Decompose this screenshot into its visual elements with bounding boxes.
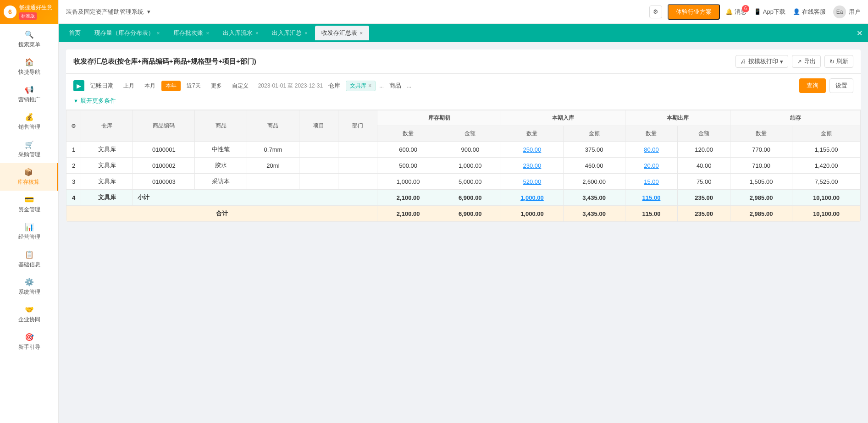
- filter-expand-label: 展开更多条件: [80, 97, 116, 105]
- online-service-button[interactable]: 👤 在线客服: [793, 8, 826, 16]
- row1-out-qty[interactable]: 80.00: [625, 142, 678, 158]
- row1-no: 1: [66, 142, 81, 158]
- sidebar-app-tag: 标准版: [19, 12, 37, 20]
- sidebar-item-sales[interactable]: 💰 销售管理: [0, 108, 58, 136]
- tab-in-out-flow-close[interactable]: ×: [255, 30, 258, 36]
- template-print-button[interactable]: 🖨 按模板打印 ▾: [735, 55, 788, 68]
- sidebar-item-purchase[interactable]: 🛒 采购管理: [0, 136, 58, 163]
- tab-recv-send-summary-close[interactable]: ×: [360, 30, 363, 36]
- search-button[interactable]: 查询: [799, 78, 826, 93]
- sidebar-header: 6 畅捷通好生意 标准版: [0, 0, 58, 24]
- filter-settings-button[interactable]: 设置: [829, 78, 853, 93]
- row2-warehouse: 文具库: [81, 158, 133, 174]
- warehouse-tag[interactable]: 文具库 ×: [346, 81, 376, 91]
- sidebar-item-enterprise[interactable]: 🤝 企业协同: [0, 301, 58, 328]
- home-icon: 🏠: [25, 58, 34, 66]
- col-project-header: 项目: [299, 110, 338, 142]
- row3-out-qty[interactable]: 15.00: [625, 174, 678, 190]
- goods-filter-label: 商品: [389, 82, 401, 90]
- tab-home-label: 首页: [69, 29, 81, 37]
- row1-close-qty: 770.00: [730, 142, 792, 158]
- notifications-button[interactable]: 🔔 消息 6: [725, 8, 746, 16]
- date-filter-label: 记账日期: [90, 82, 114, 90]
- sidebar-item-system[interactable]: ⚙️ 系统管理: [0, 273, 58, 301]
- tab-batch-ledger[interactable]: 库存批次账 ×: [167, 26, 215, 40]
- date-btn-more[interactable]: 更多: [207, 81, 226, 91]
- row1-goods-name: 中性笔: [195, 142, 247, 158]
- warehouse-more-btn[interactable]: ...: [379, 82, 384, 89]
- page-content: 收发存汇总表(按仓库+商品编码+商品+规格型号+项目+部门) 🖨 按模板打印 ▾…: [59, 42, 868, 423]
- row2-out-qty[interactable]: 20.00: [625, 158, 678, 174]
- subtotal-in-amt: 3,435.00: [563, 190, 625, 206]
- tabbar-close-all[interactable]: ✕: [855, 27, 864, 39]
- date-btn-this-month[interactable]: 本月: [140, 81, 160, 91]
- main-table: ⚙ 仓库 商品编码 商品 商品 项目 部门 库存期初 本期入库 本期出库 结存 …: [66, 110, 861, 222]
- row2-close-amt: 1,420.00: [792, 158, 861, 174]
- row2-open-qty: 500.00: [377, 158, 439, 174]
- row2-in-qty[interactable]: 230.00: [501, 158, 563, 174]
- export-button[interactable]: ↗ 导出: [792, 55, 821, 68]
- refresh-button[interactable]: ↻ 刷新: [824, 55, 853, 68]
- tab-recv-send-summary[interactable]: 收发存汇总表 ×: [315, 26, 369, 40]
- tab-in-out-summary-label: 出入库汇总: [272, 29, 302, 37]
- row3-goods-code: 0100003: [133, 174, 195, 190]
- sidebar-item-operations[interactable]: 📊 经营管理: [0, 218, 58, 246]
- row1-in-qty[interactable]: 250.00: [501, 142, 563, 158]
- col-settings[interactable]: ⚙: [66, 110, 81, 142]
- tab-in-out-summary[interactable]: 出入库汇总 ×: [265, 26, 314, 40]
- date-btn-7days[interactable]: 近7天: [182, 81, 205, 91]
- sidebar-item-newbie[interactable]: 🎯 新手引导: [0, 328, 58, 356]
- page-header-actions: 🖨 按模板打印 ▾ ↗ 导出 ↻ 刷新: [735, 55, 853, 68]
- service-icon: 👤: [793, 8, 800, 15]
- warehouse-tag-close[interactable]: ×: [368, 82, 371, 89]
- filter-row-main: ▶ 记账日期 上月 本月 本年 近7天 更多 自定义 2023-01-01 至 …: [73, 78, 853, 93]
- row1-out-amt: 120.00: [678, 142, 730, 158]
- date-btn-this-year[interactable]: 本年: [161, 81, 181, 91]
- filter-collapse-button[interactable]: ▶: [73, 80, 84, 91]
- col-out-amt: 金额: [678, 126, 730, 142]
- date-range-display: 2023-01-01 至 2023-12-31: [258, 82, 323, 90]
- subtotal-no: 4: [66, 190, 81, 206]
- topbar: 装备及固定资产辅助管理系统 ▾ ⚙ 体验行业方案 🔔 消息 6 📱 App下载 …: [59, 0, 868, 24]
- total-open-amt: 6,900.00: [439, 206, 501, 222]
- goods-more-btn[interactable]: ...: [407, 82, 411, 89]
- subtotal-label: 小计: [133, 190, 377, 206]
- tab-stock-dist-close[interactable]: ×: [157, 30, 160, 36]
- col-goods-name-header: 商品: [195, 110, 247, 142]
- subtotal-in-qty[interactable]: 1,000.00: [501, 190, 563, 206]
- filter-expand-button[interactable]: ▼ 展开更多条件: [73, 97, 853, 105]
- enterprise-icon: 🤝: [25, 305, 34, 314]
- trial-button[interactable]: 体验行业方案: [668, 4, 720, 20]
- row1-close-amt: 1,155.00: [792, 142, 861, 158]
- sidebar-item-search[interactable]: 🔍 搜索菜单: [0, 26, 58, 53]
- sidebar-item-quick-nav[interactable]: 🏠 快捷导航: [0, 53, 58, 81]
- tab-in-out-summary-close[interactable]: ×: [304, 30, 307, 36]
- date-btn-last-month[interactable]: 上月: [119, 81, 138, 91]
- subtotal-out-qty[interactable]: 115.00: [625, 190, 678, 206]
- sidebar-item-marketing[interactable]: 📢 营销推广: [0, 81, 58, 108]
- sidebar-item-inventory[interactable]: 📦 库存核算: [0, 163, 58, 191]
- total-out-qty: 115.00: [625, 206, 678, 222]
- sidebar-item-basic-info[interactable]: 📋 基础信息: [0, 246, 58, 273]
- system-dropdown-icon[interactable]: ▾: [147, 8, 150, 15]
- row3-warehouse: 文具库: [81, 174, 133, 190]
- tab-stock-dist[interactable]: 现存量（库存分布表） ×: [88, 26, 166, 40]
- row1-open-amt: 900.00: [439, 142, 501, 158]
- operations-icon: 📊: [25, 223, 34, 231]
- col-goods-spec-header: 商品: [247, 110, 299, 142]
- row3-in-qty[interactable]: 520.00: [501, 174, 563, 190]
- tab-home[interactable]: 首页: [62, 26, 87, 40]
- date-btn-custom[interactable]: 自定义: [228, 81, 253, 91]
- subtotal-close-amt: 10,100.00: [792, 190, 861, 206]
- tab-recv-send-summary-label: 收发存汇总表: [321, 29, 357, 37]
- tab-in-out-flow[interactable]: 出入库流水 ×: [216, 26, 265, 40]
- total-close-amt: 10,100.00: [792, 206, 861, 222]
- sidebar-item-finance[interactable]: 💳 资金管理: [0, 191, 58, 218]
- sidebar-app-title: 畅捷通好生意: [19, 4, 52, 11]
- row3-goods-name: 采访本: [195, 174, 247, 190]
- app-download-button[interactable]: 📱 App下载: [754, 8, 785, 16]
- user-menu[interactable]: Ea 用户: [833, 5, 861, 18]
- tab-batch-ledger-close[interactable]: ×: [206, 30, 209, 36]
- topbar-settings-button[interactable]: ⚙: [649, 5, 662, 18]
- sidebar-item-operations-label: 经营管理: [18, 233, 40, 241]
